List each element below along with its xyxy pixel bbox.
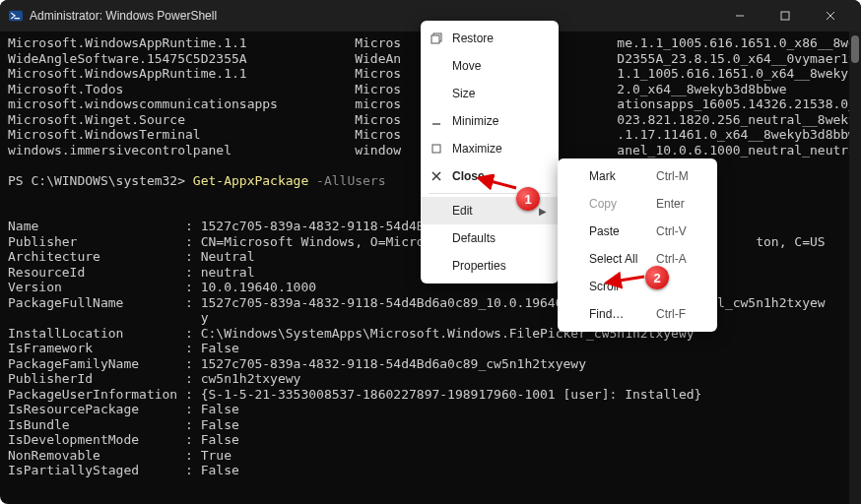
menu-item-maximize[interactable]: Maximize	[421, 135, 559, 162]
powershell-window: Administrator: Windows PowerShell Micros…	[0, 0, 861, 504]
close-button[interactable]	[808, 0, 853, 32]
output-line: PublisherId : cw5n1h2txyewy	[8, 371, 853, 387]
svg-line-12	[607, 277, 644, 283]
output-line: PackageFullName : 1527c705-839a-4832-911…	[8, 295, 853, 311]
menu-item-shortcut: Ctrl-V	[656, 224, 705, 238]
menu-item-copy[interactable]: CopyEnter	[558, 190, 717, 218]
output-line: PackageFamilyName : 1527c705-839a-4832-9…	[8, 356, 853, 372]
maximize-button[interactable]	[762, 0, 808, 32]
menu-item-label: Mark	[589, 169, 656, 183]
minimize-icon	[421, 115, 452, 127]
svg-rect-2	[781, 12, 789, 20]
menu-item-size[interactable]: Size	[421, 80, 559, 107]
annotation-arrow	[603, 271, 646, 290]
output-line: IsPartiallyStaged : False	[8, 463, 853, 478]
powershell-icon	[8, 8, 24, 24]
menu-item-shortcut: Ctrl-M	[656, 169, 705, 183]
restore-icon	[421, 32, 452, 44]
menu-item-shortcut: Enter	[656, 197, 705, 211]
menu-item-label: Maximize	[452, 142, 547, 156]
menu-item-label: Paste	[589, 224, 656, 238]
menu-item-label: Defaults	[452, 231, 547, 245]
menu-item-mark[interactable]: MarkCtrl-M	[558, 162, 717, 190]
menu-item-shortcut: Ctrl-A	[656, 252, 705, 266]
menu-item-label: Properties	[452, 259, 547, 273]
menu-item-label: Move	[452, 59, 547, 73]
menu-item-restore[interactable]: Restore	[421, 25, 559, 52]
menu-item-label: Find…	[589, 307, 656, 321]
output-line: NonRemovable : True	[8, 448, 853, 464]
title-text: Administrator: Windows PowerShell	[30, 9, 217, 23]
menu-item-move[interactable]: Move	[421, 52, 559, 80]
window-context-menu: RestoreMoveSizeMinimizeMaximizeCloseEdit…	[421, 21, 559, 284]
menu-item-label: Select All	[589, 252, 656, 266]
svg-rect-8	[432, 145, 440, 153]
output-line: InstallLocation : C:\Windows\SystemApps\…	[8, 326, 853, 342]
menu-item-paste[interactable]: PasteCtrl-V	[558, 218, 717, 245]
output-line: IsFramework : False	[8, 341, 853, 356]
output-line: IsDevelopmentMode : False	[8, 432, 853, 448]
scrollbar-thumb[interactable]	[851, 35, 859, 63]
menu-item-find-[interactable]: Find…Ctrl-F	[558, 300, 717, 328]
menu-item-select-all[interactable]: Select AllCtrl-A	[558, 245, 717, 273]
menu-item-label: Size	[452, 87, 547, 100]
edit-submenu: MarkCtrl-MCopyEnterPasteCtrl-VSelect All…	[558, 158, 717, 332]
svg-rect-6	[431, 35, 439, 43]
minimize-button[interactable]	[717, 0, 762, 32]
annotation-callout-1: 1	[516, 187, 540, 211]
output-line: IsResourcePackage : False	[8, 402, 853, 417]
annotation-callout-2: 2	[645, 266, 669, 289]
menu-item-label: Copy	[589, 197, 656, 211]
output-line: y	[8, 310, 853, 326]
output-line: PackageUserInformation : {S-1-5-21-33530…	[8, 387, 853, 403]
output-line: IsBundle : False	[8, 417, 853, 433]
menu-item-label: Restore	[452, 32, 547, 45]
annotation-arrow	[475, 174, 518, 194]
menu-item-minimize[interactable]: Minimize	[421, 107, 559, 135]
menu-item-defaults[interactable]: Defaults	[421, 224, 559, 252]
menu-item-properties[interactable]: Properties	[421, 252, 559, 280]
menu-item-shortcut: Ctrl-F	[656, 307, 705, 321]
menu-item-label: Minimize	[452, 114, 547, 128]
svg-line-11	[479, 178, 516, 188]
maximize-icon	[421, 143, 452, 155]
scrollbar[interactable]	[849, 32, 861, 504]
close-icon	[421, 170, 452, 182]
